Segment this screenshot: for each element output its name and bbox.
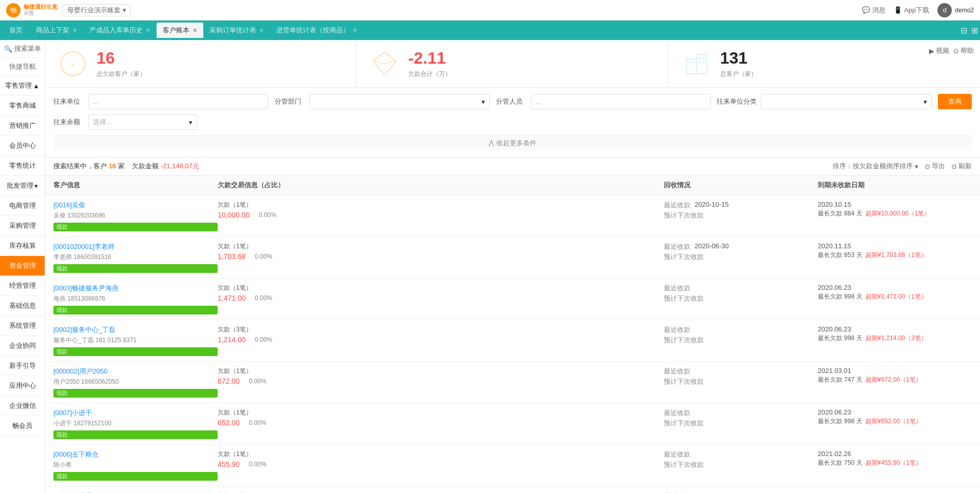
customer-name-6[interactable]: [0006]去下粮仓 [53, 450, 218, 459]
collapse-bar[interactable]: ⋀ 收起更多条件 [53, 135, 972, 151]
nav-tabs: 首页 商品上下架 ✕ 产成品入库单历史 ✕ 客户账本 ✕ 采购订单统计表 ✕ 进… [0, 21, 980, 40]
results-bar: 搜索结果中，客户 16 家 欠款金额 -21,148.07元 排序：按欠款金额倒… [45, 157, 980, 175]
debt-customer-number: 16 [97, 49, 344, 68]
help-btn[interactable]: ⊙ 帮助 [953, 46, 974, 55]
sidebar-item-purchase[interactable]: 采购管理 [0, 216, 45, 236]
sidebar-item-vip-member[interactable]: 畅会员 [0, 416, 45, 436]
debt-info-1: 欠款（1笔） 1,703.68 0.00% [218, 242, 664, 261]
maximize-icon[interactable]: ⊞ [971, 26, 978, 35]
sidebar-item-system[interactable]: 系统管理 [0, 316, 45, 336]
overdue-link-1[interactable]: 超期¥1,703.68（1笔） [866, 251, 927, 260]
balance-select[interactable]: 选择... ▾ [88, 114, 197, 130]
sidebar-item-ecommerce[interactable]: 电商管理 [0, 196, 45, 216]
table-row: [0007]小进千 小进千 18279152100 现款 欠款（1笔） 652.… [45, 403, 980, 445]
table-container: 客户信息 欠款交易信息（占比） 回收情况 到期未收款日期 [0016]吴俊 吴俊… [45, 175, 980, 493]
from-unit-input[interactable]: ... [88, 94, 268, 109]
table-row: [0016]吴俊 吴俊 13026203696 现款 欠款（1笔） 10,000… [45, 195, 980, 237]
sidebar-item-enterprise-coop[interactable]: 企业协同 [0, 336, 45, 356]
customer-name-0[interactable]: [0016]吴俊 [53, 201, 218, 210]
sort-select[interactable]: 排序：按欠款金额倒序排序 ▾ [833, 162, 918, 171]
message-btn[interactable]: 💬 消息 [862, 6, 886, 15]
minimize-icon[interactable]: ⊟ [960, 26, 967, 35]
tab-purchase-stats[interactable]: 进货单统计表（按商品） ✕ [270, 23, 363, 38]
content-area: ¥ 16 总欠款客户（家） -2.11 欠款合计（万 [45, 40, 980, 493]
customer-name-1[interactable]: [0001020001]李老师 [53, 242, 218, 251]
debt-info-0: 欠款（1笔） 10,000.00 0.00% [218, 201, 664, 219]
sidebar-item-app-center[interactable]: 应用中心 [0, 376, 45, 396]
close-icon[interactable]: ✕ [146, 27, 150, 34]
debt-row-3: 1,214.00 0.00% [218, 336, 664, 344]
tab-customer-account[interactable]: 客户账本 ✕ [157, 23, 203, 38]
debt-total: -21,148.07元 [161, 162, 199, 170]
app-download-btn[interactable]: 📱 App下载 [894, 6, 929, 15]
overdue-days-3: 最长欠款 998 天 [818, 334, 862, 343]
user-profile[interactable]: d demo2 [937, 3, 974, 17]
sidebar-item-marketing[interactable]: 营销推广 [0, 116, 45, 136]
sidebar-item-quick-nav[interactable]: 快捷导航 [0, 58, 45, 76]
overdue-link-6[interactable]: 超期¥455.90（1笔） [866, 459, 922, 467]
customer-name-5[interactable]: [0007]小进千 [53, 408, 218, 418]
close-icon[interactable]: ✕ [72, 27, 77, 34]
total-customer-label: 总客户（家） [720, 70, 968, 78]
close-icon[interactable]: ✕ [353, 27, 357, 34]
customer-info-6: [0006]去下粮仓 陈小希 现款 [53, 450, 218, 481]
export-btn[interactable]: ⊙ 导出 [925, 162, 945, 171]
return-info-0: 最近收款 2020-10-15 预计下次收款 [664, 201, 818, 220]
dept-select[interactable]: ▾ [310, 94, 490, 109]
chevron-down-icon: ▲ [33, 82, 40, 90]
sidebar-item-retail-store[interactable]: 零售商城 [0, 96, 45, 116]
sidebar-item-batch-mgmt[interactable]: 批发管理 ▾ [0, 176, 45, 196]
overdue-link-3[interactable]: 超期¥1,214.00（3笔） [866, 334, 927, 343]
tab-purchase-order[interactable]: 采购订单统计表 ✕ [203, 23, 270, 38]
due-info-2: 2020.06.23 最长欠款 998 天 超期¥1,471.00（1笔） [818, 284, 972, 301]
due-info-0: 2020.10.15 最长欠款 884 天 超期¥10,000.00（1笔） [818, 201, 972, 218]
table-header: 客户信息 欠款交易信息（占比） 回收情况 到期未收款日期 [45, 175, 980, 195]
sidebar-item-member[interactable]: 会员中心 [0, 136, 45, 156]
industry-selector[interactable]: 母婴行业演示账套 ▾ [63, 4, 131, 16]
sidebar-item-enterprise-wechat[interactable]: 企业微信 [0, 396, 45, 416]
debt-amount-0: 10,000.00 [218, 211, 249, 219]
next-collect-row-6: 预计下次收款 [664, 460, 818, 469]
tab-home[interactable]: 首页 [2, 23, 30, 38]
customer-name-4[interactable]: [000002]用户2050 [53, 367, 218, 376]
due-date-4: 2021.03.01 [818, 367, 972, 374]
close-icon[interactable]: ✕ [193, 27, 197, 34]
search-button[interactable]: 查询 [938, 94, 972, 109]
overdue-link-5[interactable]: 超期¥652.00（1笔） [866, 417, 922, 426]
unit-category-select[interactable]: ▾ [761, 94, 932, 109]
sidebar-item-retail-stats[interactable]: 零售统计 [0, 156, 45, 176]
search-menu[interactable]: 🔍 搜索菜单 [0, 40, 45, 58]
debt-customer-label: 总欠款客户（家） [97, 70, 344, 78]
sidebar-item-retail-mgmt[interactable]: 零售管理 ▲ [0, 76, 45, 96]
table-row: [0003]畅捷服务尹海燕 海燕 18513066976 现款 欠款（1笔） 1… [45, 279, 980, 320]
last-collect-label-4: 最近收款 [664, 367, 690, 376]
manager-input[interactable]: ... [531, 94, 711, 109]
refresh-btn[interactable]: ⊙ 刷新 [951, 162, 972, 171]
tab-product-offline[interactable]: 商品上下架 ✕ [30, 23, 83, 38]
tab-product-history[interactable]: 产成品入库单历史 ✕ [83, 23, 157, 38]
last-collect-row-1: 最近收款 2020-06-30 [664, 242, 818, 251]
close-icon[interactable]: ✕ [259, 27, 264, 34]
svg-rect-7 [693, 62, 695, 64]
sidebar-item-basic-info[interactable]: 基础信息 [0, 296, 45, 316]
overdue-link-4[interactable]: 超期¥672.00（1笔） [866, 376, 922, 384]
customer-name-2[interactable]: [0003]畅捷服务尹海燕 [53, 284, 218, 293]
customer-tag-4: 现款 [53, 389, 218, 398]
sidebar-item-finance[interactable]: 资金管理 [0, 256, 45, 276]
debt-amount-6: 455.90 [218, 460, 240, 468]
overdue-link-2[interactable]: 超期¥1,471.00（1笔） [866, 292, 927, 301]
video-btn[interactable]: ▶ 视频 [929, 46, 949, 55]
stat-info-debt-customers: 16 总欠款客户（家） [97, 49, 344, 78]
next-collect-label-2: 预计下次收款 [664, 294, 704, 303]
debt-row-6: 455.90 0.00% [218, 460, 664, 468]
sidebar-item-new-guide[interactable]: 新手引导 [0, 356, 45, 376]
sidebar-item-inventory[interactable]: 库存核算 [0, 236, 45, 256]
chevron-down-icon: ▾ [915, 163, 918, 170]
svg-rect-5 [697, 54, 707, 74]
sidebar-item-operations[interactable]: 经营管理 [0, 276, 45, 296]
customer-name-3[interactable]: [0002]服务中心_丁磊 [53, 325, 218, 334]
stat-card-actions: ▶ 视频 ⊙ 帮助 [929, 46, 974, 55]
overdue-link-0[interactable]: 超期¥10,000.00（1笔） [866, 209, 931, 218]
diamond-icon [369, 48, 400, 79]
debt-count-0: 欠款（1笔） [218, 201, 664, 209]
